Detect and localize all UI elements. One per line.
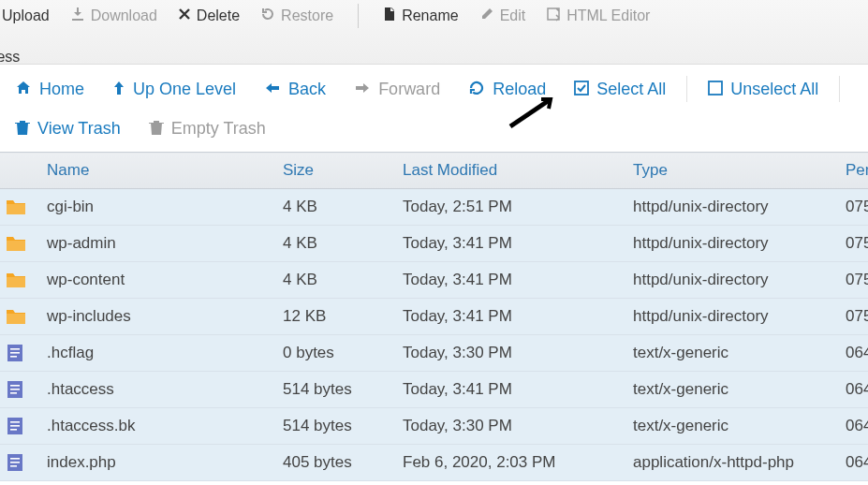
rename-label: Rename (402, 7, 458, 24)
rename-icon (383, 7, 396, 25)
row-type: text/x-generic (624, 408, 836, 445)
back-label: Back (288, 80, 326, 99)
table-row[interactable]: .htaccess514 bytesToday, 3:41 PMtext/x-g… (0, 372, 868, 408)
table-row[interactable]: wp-includes12 KBToday, 3:41 PMhttpd/unix… (0, 299, 868, 335)
home-button[interactable]: Home (15, 80, 84, 99)
svg-rect-9 (10, 392, 17, 394)
download-button[interactable]: Download (70, 7, 157, 25)
table-row[interactable]: wp-admin4 KBToday, 3:41 PMhttpd/unix-dir… (0, 226, 868, 262)
row-name: .htaccess (37, 372, 273, 408)
table-header-row: Name Size Last Modified Type Per (0, 153, 868, 189)
reload-button[interactable]: Reload (468, 80, 546, 99)
select-all-label: Select All (596, 80, 666, 99)
nav-separator (686, 76, 687, 102)
row-modified: Feb 6, 2020, 2:03 PM (393, 445, 624, 481)
download-icon (70, 7, 85, 25)
html-editor-label: HTML Editor (566, 7, 650, 24)
forward-icon (354, 81, 371, 97)
home-label: Home (39, 80, 84, 99)
compress-button[interactable]: ompress (0, 49, 20, 66)
forward-label: Forward (378, 80, 440, 99)
svg-rect-17 (10, 465, 17, 467)
table-row[interactable]: .htaccess.bk514 bytesToday, 3:30 PMtext/… (0, 408, 868, 445)
empty-trash-label: Empty Trash (171, 119, 266, 139)
row-icon (0, 372, 37, 408)
row-type: application/x-httpd-php (624, 445, 836, 481)
unselect-all-label: Unselect All (730, 80, 818, 99)
empty-trash-button[interactable]: Empty Trash (149, 119, 266, 139)
row-perm: 075 (836, 226, 868, 262)
row-icon (0, 262, 37, 299)
rename-button[interactable]: Rename (383, 7, 458, 25)
download-label: Download (91, 7, 157, 24)
svg-rect-13 (10, 429, 17, 431)
col-type-header[interactable]: Type (624, 153, 836, 189)
col-size-header[interactable]: Size (273, 153, 393, 189)
row-modified: Today, 3:41 PM (393, 262, 624, 299)
svg-rect-16 (10, 462, 20, 463)
table-row[interactable]: .hcflag0 bytesToday, 3:30 PMtext/x-gener… (0, 335, 868, 372)
home-icon (15, 80, 32, 99)
edit-button[interactable]: Edit (479, 7, 526, 25)
col-perm-header[interactable]: Per (836, 153, 868, 189)
row-name: cgi-bin (37, 189, 273, 226)
row-modified: Today, 3:41 PM (393, 226, 624, 262)
table-row[interactable]: cgi-bin4 KBToday, 2:51 PMhttpd/unix-dire… (0, 189, 868, 226)
row-modified: Today, 2:51 PM (393, 189, 624, 226)
row-icon (0, 299, 37, 335)
unselect-all-icon (708, 81, 723, 98)
col-modified-header[interactable]: Last Modified (393, 153, 624, 189)
forward-button[interactable]: Forward (354, 80, 440, 99)
row-type: text/x-generic (624, 372, 836, 408)
row-perm: 064 (836, 335, 868, 372)
up-one-level-button[interactable]: Up One Level (112, 80, 236, 99)
select-all-button[interactable]: Select All (574, 80, 666, 99)
restore-button[interactable]: Restore (260, 7, 333, 25)
reload-label: Reload (493, 80, 546, 99)
edit-label: Edit (500, 7, 526, 24)
view-trash-label: View Trash (37, 119, 121, 139)
up-icon (112, 80, 125, 99)
row-size: 514 bytes (273, 372, 393, 408)
svg-rect-12 (10, 425, 20, 427)
row-size: 4 KB (273, 226, 393, 262)
row-perm: 075 (836, 189, 868, 226)
back-button[interactable]: Back (264, 80, 326, 99)
row-type: text/x-generic (624, 335, 836, 372)
svg-rect-4 (10, 352, 20, 354)
row-modified: Today, 3:41 PM (393, 372, 624, 408)
delete-icon (178, 7, 191, 24)
table-row[interactable]: index.php405 bytesFeb 6, 2020, 2:03 PMap… (0, 445, 868, 481)
row-type: httpd/unix-directory (624, 226, 836, 262)
up-label: Up One Level (133, 80, 236, 99)
row-icon (0, 335, 37, 372)
row-perm: 064 (836, 372, 868, 408)
col-icon-header[interactable] (0, 153, 37, 189)
row-name: wp-includes (37, 299, 273, 335)
html-editor-button[interactable]: HTML Editor (546, 7, 650, 25)
restore-icon (260, 7, 275, 25)
unselect-all-button[interactable]: Unselect All (708, 80, 818, 99)
select-all-icon (574, 81, 589, 98)
row-modified: Today, 3:30 PM (393, 335, 624, 372)
row-name: wp-content (37, 262, 273, 299)
svg-rect-0 (575, 81, 588, 95)
delete-button[interactable]: Delete (178, 7, 240, 24)
view-trash-button[interactable]: View Trash (15, 119, 121, 139)
table-row[interactable]: wp-content4 KBToday, 3:41 PMhttpd/unix-d… (0, 262, 868, 299)
row-size: 12 KB (273, 299, 393, 335)
row-icon (0, 408, 37, 445)
nav-separator (839, 76, 840, 102)
row-size: 0 bytes (273, 335, 393, 372)
svg-rect-8 (10, 389, 20, 390)
back-icon (264, 81, 281, 97)
row-modified: Today, 3:30 PM (393, 408, 624, 445)
row-icon (0, 226, 37, 262)
row-icon (0, 445, 37, 481)
row-type: httpd/unix-directory (624, 299, 836, 335)
upload-button[interactable]: Upload (0, 7, 50, 25)
col-name-header[interactable]: Name (37, 153, 273, 189)
svg-rect-15 (10, 458, 20, 460)
row-icon (0, 189, 37, 226)
row-type: httpd/unix-directory (624, 262, 836, 299)
